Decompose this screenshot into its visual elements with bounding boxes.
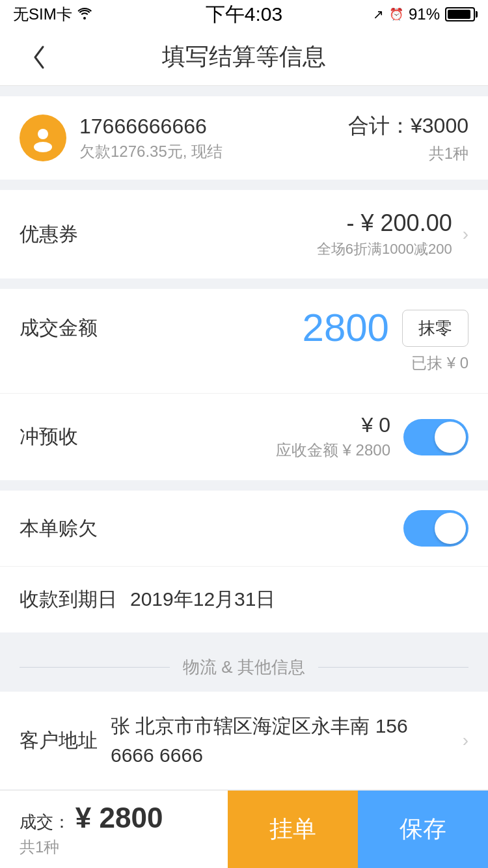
credit-card: 本单赊欠 收款到期日 2019年12月31日 [0, 491, 488, 632]
status-left: 无SIM卡 [13, 4, 92, 25]
coupon-desc: 全场6折满1000减200 [317, 239, 452, 259]
battery-icon [445, 7, 475, 21]
customer-info: 17666666666 欠款1276.35元, 现结 [79, 115, 348, 162]
round-zero-button[interactable]: 抹零 [402, 310, 468, 347]
duedate-value: 2019年12月31日 [130, 586, 275, 613]
save-button[interactable]: 保存 [358, 791, 488, 869]
duedate-section: 收款到期日 2019年12月31日 [0, 566, 488, 632]
coupon-arrow-icon: › [463, 224, 468, 245]
avatar [20, 115, 66, 161]
deal-amount-section: 成交金额 2800 抹零 已抹 ¥ 0 [0, 289, 488, 393]
bottom-deal-amount: ¥ 2800 [75, 802, 163, 834]
deal-amount-row: 成交金额 2800 抹零 [20, 308, 468, 347]
battery-percent: 91% [409, 5, 440, 23]
svg-point-1 [34, 142, 52, 152]
wifi-icon [77, 5, 92, 23]
logistics-divider: 物流 & 其他信息 [0, 643, 488, 692]
coupon-label: 优惠券 [20, 221, 78, 248]
address-section[interactable]: 客户地址 张 北京市市辖区海淀区永丰南 156 6666 6666 › [0, 692, 488, 789]
section-gap-1 [0, 278, 488, 289]
divider-line-right [318, 667, 468, 668]
prepay-sub: 应收金额 ¥ 2800 [276, 440, 390, 461]
bottom-bar: 成交： ¥ 2800 共1种 挂单 保存 [0, 790, 488, 868]
total-amount: 合计：¥3000 [348, 112, 468, 141]
coupon-value-block: - ¥ 200.00 全场6折满1000减200 [317, 210, 452, 259]
customer-total: 合计：¥3000 共1种 [348, 112, 468, 164]
total-count: 共1种 [348, 143, 468, 164]
credit-toggle[interactable] [403, 510, 468, 547]
bottom-count: 共1种 [20, 837, 208, 858]
divider-line-left [20, 667, 170, 668]
hold-button[interactable]: 挂单 [228, 791, 358, 869]
status-time: 下午4:03 [206, 1, 282, 28]
prepay-section: 冲预收 ¥ 0 应收金额 ¥ 2800 [0, 393, 488, 480]
deal-amount-card: 成交金额 2800 抹零 已抹 ¥ 0 冲预收 ¥ 0 应收金额 ¥ 2800 [0, 289, 488, 480]
customer-phone: 17666666666 [79, 115, 348, 139]
coupon-amount: - ¥ 200.00 [317, 210, 452, 237]
alarm-icon: ⏰ [389, 7, 403, 21]
credit-toggle-knob [435, 513, 466, 544]
customer-card: 17666666666 欠款1276.35元, 现结 合计：¥3000 共1种 [0, 96, 488, 180]
page-title: 填写结算等信息 [59, 41, 429, 73]
credit-section: 本单赊欠 [0, 491, 488, 566]
customer-row: 17666666666 欠款1276.35元, 现结 合计：¥3000 共1种 [0, 96, 488, 180]
address-arrow-icon: › [463, 730, 468, 751]
customer-debt: 欠款1276.35元, 现结 [79, 141, 348, 162]
deal-amount-sub: 已抹 ¥ 0 [20, 353, 468, 373]
deal-amount-number: 2800 [303, 308, 389, 347]
svg-point-0 [38, 129, 48, 139]
coupon-card: 优惠券 - ¥ 200.00 全场6折满1000减200 › [0, 190, 488, 278]
section-gap-2 [0, 480, 488, 491]
carrier-text: 无SIM卡 [13, 4, 72, 25]
coupon-row[interactable]: 优惠券 - ¥ 200.00 全场6折满1000减200 › [0, 190, 488, 278]
duedate-label: 收款到期日 [20, 586, 117, 613]
bottom-deal-row: 成交： ¥ 2800 [20, 802, 208, 834]
prepay-row: 冲预收 ¥ 0 应收金额 ¥ 2800 [20, 413, 468, 461]
address-card: 客户地址 张 北京市市辖区海淀区永丰南 156 6666 6666 › [0, 692, 488, 789]
toggle-knob [435, 422, 466, 453]
prepay-right: ¥ 0 应收金额 ¥ 2800 [276, 413, 390, 461]
bottom-deal-label: 成交： [20, 812, 70, 832]
location-icon: ↗ [373, 7, 384, 22]
deal-amount-label: 成交金额 [20, 315, 98, 342]
credit-label: 本单赊欠 [20, 515, 98, 542]
nav-bar: 填写结算等信息 [0, 29, 488, 86]
bottom-info: 成交： ¥ 2800 共1种 [0, 802, 228, 858]
address-value: 张 北京市市辖区海淀区永丰南 156 6666 6666 [111, 711, 456, 770]
prepay-amount: ¥ 0 [276, 413, 390, 437]
user-icon [29, 124, 57, 152]
address-label: 客户地址 [20, 727, 111, 754]
status-right: ↗ ⏰ 91% [373, 5, 475, 23]
back-button[interactable] [20, 38, 59, 77]
prepay-toggle[interactable] [403, 419, 468, 455]
logistics-text: 物流 & 其他信息 [170, 656, 318, 679]
prepay-label: 冲预收 [20, 424, 78, 450]
status-bar: 无SIM卡 下午4:03 ↗ ⏰ 91% [0, 0, 488, 29]
